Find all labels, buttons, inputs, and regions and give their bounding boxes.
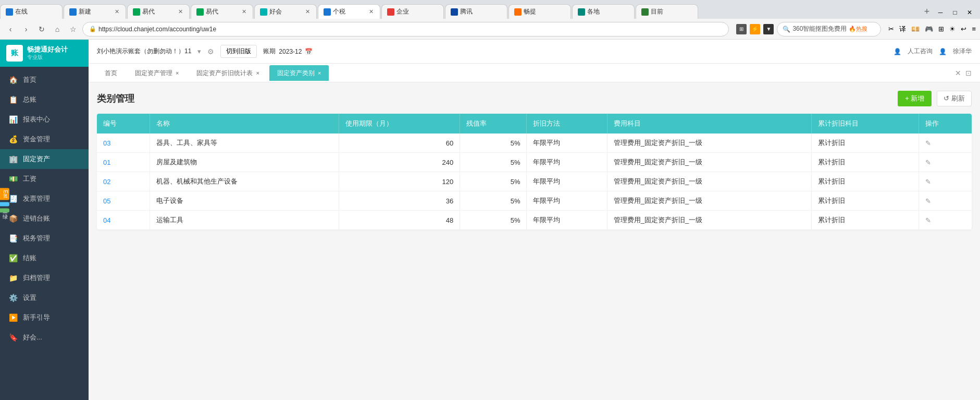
collapse-tab-icon[interactable]: ✕: [955, 69, 961, 77]
content-tab-category[interactable]: 固定资产类别 ×: [269, 65, 329, 81]
sidebar-item-home[interactable]: 🏠 首页: [0, 70, 89, 90]
grid-icon[interactable]: ⊞: [938, 25, 944, 33]
action-cell-3[interactable]: ✎: [919, 191, 972, 211]
search-bar[interactable]: 🔍 360智能抠图免费用 🔥热搜: [777, 22, 881, 37]
more-icon[interactable]: ≡: [972, 25, 976, 33]
content-tab-depreciation[interactable]: 固定资产折旧统计表 ×: [189, 65, 267, 81]
code-link-3[interactable]: 05: [103, 197, 110, 205]
reload-button[interactable]: ↻: [35, 23, 48, 35]
code-link-0[interactable]: 03: [103, 139, 110, 147]
service-icon[interactable]: 👤: [894, 48, 901, 55]
code-cell-3[interactable]: 05: [97, 191, 150, 211]
sidebar-item-settings[interactable]: ⚙️ 设置: [0, 288, 89, 308]
code-cell-0[interactable]: 03: [97, 134, 150, 153]
edit-icon-3[interactable]: ✎: [925, 197, 931, 205]
undo-icon[interactable]: ↩: [961, 25, 966, 33]
sidebar-item-help[interactable]: 🔖 好会...: [0, 328, 89, 347]
edit-icon-4[interactable]: ✎: [925, 216, 931, 224]
browser-tab-t6[interactable]: 个税 ✕: [318, 4, 380, 19]
sun-icon[interactable]: ☀: [949, 25, 956, 33]
code-link-2[interactable]: 02: [103, 178, 110, 186]
browser-tab-t4[interactable]: 易代 ✕: [191, 4, 253, 19]
browser-tab-t10[interactable]: 各地: [572, 4, 635, 19]
sidebar-label-stock: 进销台账: [23, 214, 50, 223]
edit-icon-1[interactable]: ✎: [925, 159, 931, 166]
sidebar-item-cash[interactable]: 💰 资金管理: [0, 129, 89, 149]
browser-tab-t8[interactable]: 腾讯: [445, 4, 507, 19]
content-tab-close-depreciation[interactable]: ×: [256, 70, 259, 76]
content-tab-close-category[interactable]: ×: [318, 70, 321, 76]
table-row: 01房屋及建筑物2405%年限平均管理费用_固定资产折旧_一级累计折旧✎: [97, 153, 972, 172]
boost-icon[interactable]: ⚡: [750, 24, 760, 34]
sidebar-icon-invoice: 🧾: [8, 194, 18, 203]
calendar-icon[interactable]: 📅: [305, 48, 313, 55]
sidebar-item-closing[interactable]: ✅ 结账: [0, 248, 89, 268]
refresh-button[interactable]: ↺ 刷新: [937, 91, 972, 106]
code-cell-2[interactable]: 02: [97, 172, 150, 191]
content-tab-home[interactable]: 首页: [97, 65, 125, 81]
menu-button[interactable]: ▼: [763, 24, 774, 34]
edge-item-blue[interactable]: 蓝: [0, 202, 9, 206]
content-tab-fixed-mgmt[interactable]: 固定资产管理 ×: [127, 65, 187, 81]
code-cell-4[interactable]: 04: [97, 211, 150, 230]
action-cell-4[interactable]: ✎: [919, 211, 972, 230]
sidebar: 账 畅捷通好会计 专业版 🏠 首页 📋 总账 📊 报表中心 💰 资金管理 🏢 固…: [0, 40, 89, 400]
close-window-button[interactable]: ✕: [963, 6, 976, 19]
maximize-button[interactable]: □: [949, 6, 961, 19]
code-link-1[interactable]: 01: [103, 159, 110, 166]
edge-item-green[interactable]: 绿: [0, 208, 9, 212]
code-link-4[interactable]: 04: [103, 216, 110, 224]
tab-label-t11: 目前: [651, 7, 663, 16]
browser-tab-t11[interactable]: 目前: [636, 4, 698, 19]
user-avatar[interactable]: 👤: [939, 48, 947, 55]
forward-button[interactable]: ›: [20, 23, 32, 35]
tab-close-t2[interactable]: ✕: [113, 8, 120, 16]
game-icon[interactable]: 🎮: [925, 25, 933, 33]
code-cell-1[interactable]: 01: [97, 153, 150, 172]
browser-tab-t1[interactable]: 在线: [0, 4, 63, 19]
extensions-icon[interactable]: ⊞: [736, 24, 747, 34]
sidebar-item-invoice[interactable]: 🧾 发票管理: [0, 189, 89, 209]
tab-label-t10: 各地: [587, 7, 600, 16]
minimize-button[interactable]: ─: [934, 6, 947, 19]
browser-tab-t7[interactable]: 企业: [381, 4, 444, 19]
sidebar-item-fixed[interactable]: 🏢 固定资产: [0, 149, 89, 169]
tab-close-t5[interactable]: ✕: [304, 8, 311, 16]
sidebar-item-ledger[interactable]: 📋 总账: [0, 90, 89, 110]
browser-tab-t5[interactable]: 好会 ✕: [254, 4, 317, 19]
new-tab-button[interactable]: +: [920, 4, 934, 19]
edit-icon-0[interactable]: ✎: [925, 139, 931, 147]
translate-icon[interactable]: 译: [899, 25, 906, 34]
sidebar-item-tax[interactable]: 📑 税务管理: [0, 228, 89, 248]
home-button[interactable]: ⌂: [51, 23, 64, 35]
sidebar-item-payroll[interactable]: 💵 工资: [0, 169, 89, 189]
edit-icon-2[interactable]: ✎: [925, 178, 931, 186]
sidebar-label-ledger: 总账: [23, 95, 36, 104]
browser-tab-t9[interactable]: 畅提: [508, 4, 571, 19]
tab-close-t3[interactable]: ✕: [177, 8, 184, 16]
edge-item-eat[interactable]: Eat: [0, 188, 9, 200]
content-tab-close-fixed-mgmt[interactable]: ×: [176, 70, 179, 76]
sidebar-label-fixed: 固定资产: [23, 154, 50, 164]
browser-tab-t2[interactable]: 新建 ✕: [64, 4, 126, 19]
switch-version-button[interactable]: 切到旧版: [220, 45, 257, 58]
url-input[interactable]: 🔒 https://cloud.chanjet.com/accounting/u…: [82, 22, 729, 37]
add-button[interactable]: + 新增: [898, 91, 932, 106]
browser-tab-t3[interactable]: 易代 ✕: [127, 4, 190, 19]
action-cell-1[interactable]: ✎: [919, 153, 972, 172]
sidebar-item-guide[interactable]: ▶️ 新手引导: [0, 308, 89, 328]
sidebar-item-archive[interactable]: 📁 归档管理: [0, 268, 89, 288]
fullscreen-tab-icon[interactable]: ⊡: [965, 69, 972, 77]
wallet-icon[interactable]: 💴: [911, 25, 920, 33]
settings-btn[interactable]: ⚙: [207, 47, 214, 56]
sidebar-item-reports[interactable]: 📊 报表中心: [0, 110, 89, 129]
back-button[interactable]: ‹: [4, 23, 17, 35]
action-cell-0[interactable]: ✎: [919, 134, 972, 153]
tab-close-t6[interactable]: ✕: [367, 8, 375, 16]
sidebar-item-stock[interactable]: 📦 进销台账: [0, 209, 89, 228]
bookmark-button[interactable]: ☆: [67, 23, 79, 35]
dropdown-icon[interactable]: ▾: [197, 47, 201, 55]
action-cell-2[interactable]: ✎: [919, 172, 972, 191]
scissors-icon[interactable]: ✂: [888, 25, 894, 33]
tab-close-t4[interactable]: ✕: [240, 8, 247, 16]
